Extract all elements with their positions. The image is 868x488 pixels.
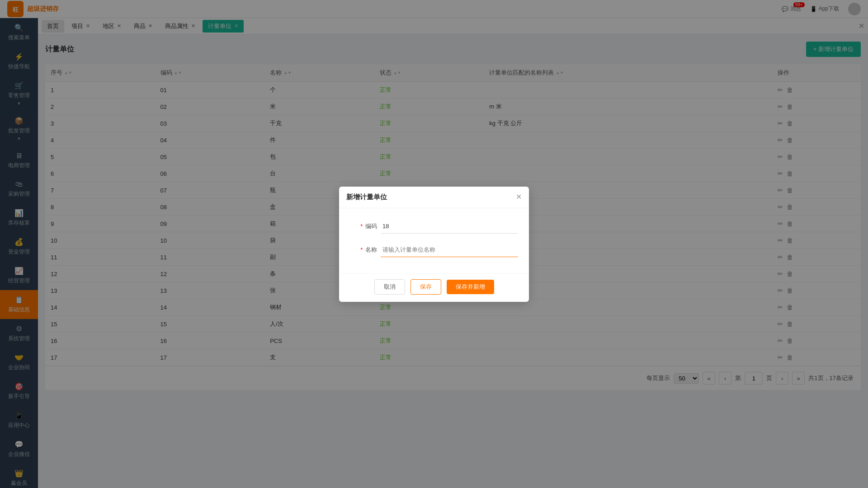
- name-label: * 名称: [350, 246, 377, 254]
- add-unit-modal: 新增计量单位 ✕ * 编码 * 名称 取消 保存 保存并新增: [339, 187, 529, 302]
- modal-body: * 编码 * 名称: [339, 208, 529, 273]
- modal-footer: 取消 保存 保存并新增: [339, 273, 529, 302]
- code-label-text: 编码: [365, 223, 377, 230]
- save-button[interactable]: 保存: [410, 279, 441, 295]
- modal-close-button[interactable]: ✕: [516, 193, 522, 201]
- modal-title: 新增计量单位: [346, 193, 387, 202]
- modal-overlay: 新增计量单位 ✕ * 编码 * 名称 取消 保存 保存并新增: [0, 0, 868, 488]
- save-and-new-button[interactable]: 保存并新增: [447, 280, 494, 294]
- form-row-code: * 编码: [350, 219, 518, 234]
- code-required-mark: *: [360, 223, 363, 230]
- cancel-button[interactable]: 取消: [374, 279, 405, 295]
- form-row-name: * 名称: [350, 243, 518, 257]
- name-input[interactable]: [381, 243, 518, 257]
- code-label: * 编码: [350, 222, 377, 230]
- name-label-text: 名称: [365, 246, 377, 253]
- modal-header: 新增计量单位 ✕: [339, 187, 529, 208]
- name-required-mark: *: [360, 246, 363, 253]
- code-input[interactable]: [381, 219, 518, 234]
